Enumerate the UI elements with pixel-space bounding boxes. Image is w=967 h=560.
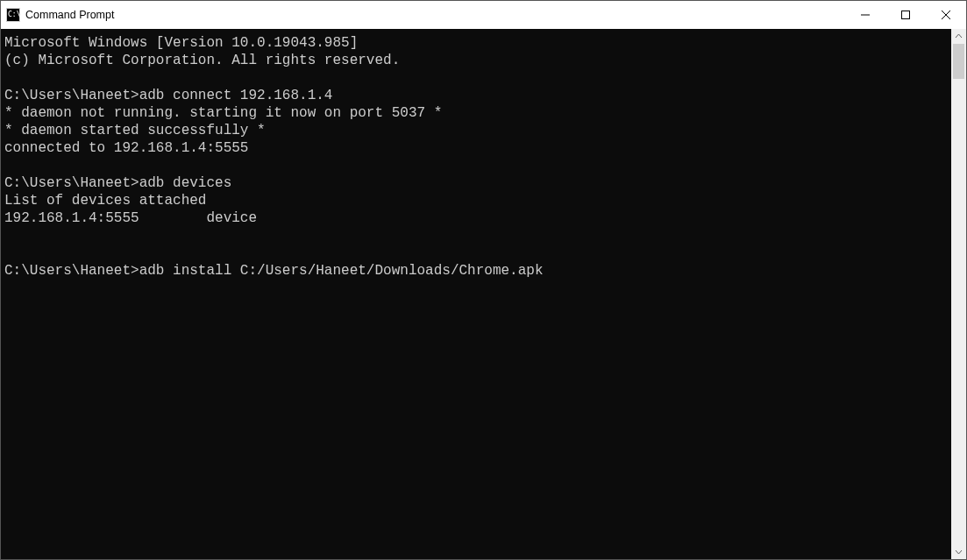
svg-rect-4 [902,11,910,19]
terminal-line: Microsoft Windows [Version 10.0.19043.98… [4,34,951,52]
terminal-line: C:\Users\Haneet>adb connect 192.168.1.4 [4,87,951,104]
command-prompt-window: C:\ Command Prompt Microsoft Windows [Ve… [0,0,967,560]
titlebar[interactable]: C:\ Command Prompt [1,1,966,29]
terminal-line: 192.168.1.4:5555 device [4,209,951,227]
terminal-line [4,227,951,245]
window-title: Command Prompt [25,9,114,21]
scroll-down-button[interactable] [951,544,966,559]
maximize-button[interactable] [885,1,926,29]
terminal-line [4,69,951,87]
cmd-icon: C:\ [6,8,20,22]
terminal-line: (c) Microsoft Corporation. All rights re… [4,52,951,69]
terminal-line: * daemon started successfully * [4,122,951,139]
window-controls [845,1,966,29]
terminal-line [4,245,951,262]
terminal-line: * daemon not running. starting it now on… [4,104,951,122]
terminal-line: C:\Users\Haneet>adb devices [4,174,951,192]
terminal-line: connected to 192.168.1.4:5555 [4,139,951,157]
terminal-line: C:\Users\Haneet>adb install C:/Users/Han… [4,262,951,280]
scroll-up-button[interactable] [951,29,966,44]
terminal-line [4,157,951,174]
close-button[interactable] [926,1,966,29]
terminal-line: List of devices attached [4,192,951,209]
scrollbar-thumb[interactable] [953,44,964,79]
vertical-scrollbar[interactable] [951,29,966,559]
svg-text:C:\: C:\ [8,11,20,18]
scrollbar-track[interactable] [951,44,966,544]
minimize-button[interactable] [845,1,885,29]
client-area: Microsoft Windows [Version 10.0.19043.98… [1,29,966,559]
terminal-output[interactable]: Microsoft Windows [Version 10.0.19043.98… [1,29,951,559]
